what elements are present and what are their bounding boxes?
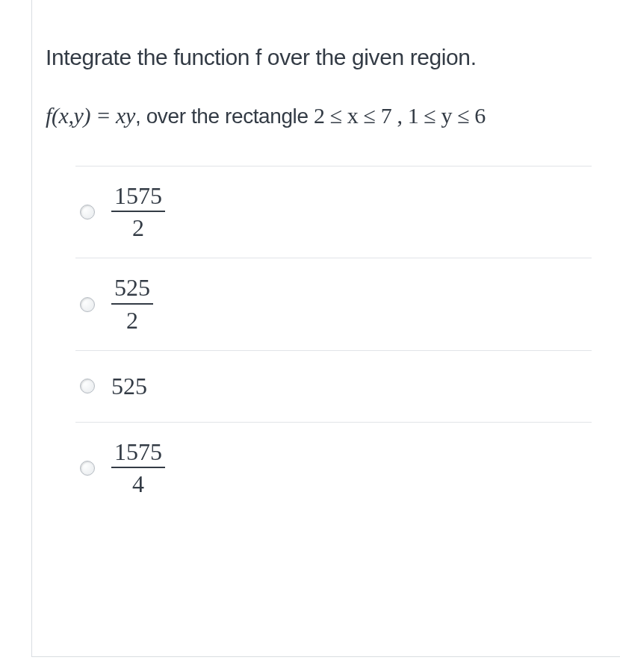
option-value: 525 2 <box>111 275 153 333</box>
option-value: 1575 4 <box>111 439 165 497</box>
function-expression: f(x,y) = xy <box>46 103 135 128</box>
fraction-denominator: 2 <box>132 212 144 241</box>
radio-icon[interactable] <box>80 205 95 220</box>
question-detail: f(x,y) = xy, over the rectangle 2 ≤ x ≤ … <box>46 103 599 128</box>
radio-icon[interactable] <box>80 379 95 393</box>
answer-option-1[interactable]: 1575 2 <box>75 166 592 258</box>
answer-option-2[interactable]: 525 2 <box>75 258 592 349</box>
radio-icon[interactable] <box>80 461 95 476</box>
fraction-denominator: 4 <box>132 468 144 497</box>
answer-options: 1575 2 525 2 525 1575 4 <box>75 166 592 520</box>
option-value: 525 <box>111 373 147 400</box>
answer-option-4[interactable]: 1575 4 <box>75 422 592 520</box>
fraction-denominator: 2 <box>126 305 138 334</box>
fraction-numerator: 525 <box>111 275 153 304</box>
answer-option-3[interactable]: 525 <box>75 350 592 422</box>
option-value: 1575 2 <box>111 183 165 241</box>
region-bounds: 2 ≤ x ≤ 7 , 1 ≤ y ≤ 6 <box>314 103 486 128</box>
over-text: , over the rectangle <box>135 105 314 128</box>
radio-icon[interactable] <box>80 297 95 312</box>
question-card: Integrate the function f over the given … <box>31 0 620 657</box>
question-prompt: Integrate the function f over the given … <box>46 45 599 70</box>
fraction-numerator: 1575 <box>111 183 165 212</box>
fraction-numerator: 1575 <box>111 439 165 468</box>
